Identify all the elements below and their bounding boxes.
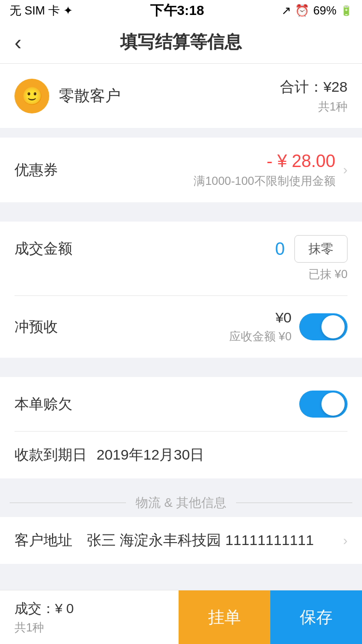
customer-total: 合计：¥28 共1种 bbox=[280, 77, 348, 114]
avatar: 🙂 bbox=[14, 79, 49, 113]
bottom-deal-label: 成交： bbox=[14, 601, 55, 616]
coupon-card: 优惠券 - ¥ 28.00 满1000-100不限制使用金额 › bbox=[0, 138, 362, 202]
coupon-sub: 满1000-100不限制使用金额 bbox=[194, 173, 335, 189]
total-count: 共1种 bbox=[280, 99, 348, 114]
round-button[interactable]: 抹零 bbox=[294, 235, 348, 263]
customer-row[interactable]: 🙂 零散客户 合计：¥28 共1种 bbox=[0, 64, 362, 128]
deal-amount-label: 成交金额 bbox=[14, 239, 72, 259]
location-icon: ↗ bbox=[281, 4, 291, 17]
prepayment-label: 冲预收 bbox=[14, 317, 58, 337]
chevron-icon: › bbox=[343, 162, 348, 178]
prepayment-amounts: ¥0 应收金额 ¥0 bbox=[229, 309, 292, 344]
coupon-label: 优惠券 bbox=[14, 160, 58, 180]
credit-toggle[interactable] bbox=[299, 391, 348, 418]
address-card: 客户地址 张三 海淀永丰科技园 11111111111 › bbox=[0, 517, 362, 564]
amount-row: 成交金额 0 抹零 bbox=[14, 235, 348, 263]
bottom-deal-value: ¥ 0 bbox=[55, 601, 74, 616]
bottom-bar: 成交：¥ 0 共1种 挂单 保存 bbox=[0, 590, 362, 644]
bottom-summary: 成交：¥ 0 共1种 bbox=[0, 600, 179, 635]
status-time: 下午3:18 bbox=[150, 1, 204, 20]
credit-toggle-knob bbox=[321, 392, 345, 416]
address-chevron-icon: › bbox=[343, 533, 348, 548]
avatar-icon: 🙂 bbox=[21, 86, 43, 106]
bottom-count: 共1种 bbox=[14, 620, 164, 635]
battery-text: 69% bbox=[313, 4, 336, 17]
customer-name: 零散客户 bbox=[59, 85, 121, 107]
back-button[interactable]: ‹ bbox=[14, 30, 22, 55]
alarm-icon: ⏰ bbox=[295, 4, 309, 17]
address-row[interactable]: 客户地址 张三 海淀永丰科技园 11111111111 › bbox=[0, 517, 362, 564]
logistics-label: 物流 & 其他信息 bbox=[136, 494, 226, 511]
address-value: 张三 海淀永丰科技园 11111111111 bbox=[87, 531, 343, 550]
amount-section: 成交金额 0 抹零 已抹 ¥0 bbox=[0, 222, 362, 295]
deal-amount-card: 成交金额 0 抹零 已抹 ¥0 冲预收 ¥0 应收金额 ¥0 bbox=[0, 222, 362, 358]
customer-card: 🙂 零散客户 合计：¥28 共1种 bbox=[0, 64, 362, 128]
battery-icon: 🔋 bbox=[340, 5, 352, 16]
prepayment-right: ¥0 应收金额 ¥0 bbox=[229, 309, 348, 344]
coupon-right: - ¥ 28.00 满1000-100不限制使用金额 › bbox=[194, 151, 348, 189]
prepayment-amount: ¥0 bbox=[276, 309, 292, 326]
credit-row: 本单赊欠 bbox=[14, 391, 348, 418]
prepayment-row: 冲预收 ¥0 应收金额 ¥0 bbox=[0, 296, 362, 358]
credit-card: 本单赊欠 收款到期日 2019年12月30日 bbox=[0, 377, 362, 478]
amount-right: 0 抹零 bbox=[275, 235, 348, 263]
credit-label: 本单赊欠 bbox=[14, 394, 72, 414]
section-gap-2 bbox=[0, 367, 362, 377]
section-gap-1 bbox=[0, 212, 362, 222]
total-amount: 合计：¥28 bbox=[280, 77, 348, 97]
save-button[interactable]: 保存 bbox=[270, 590, 362, 644]
address-label: 客户地址 bbox=[14, 531, 72, 550]
due-date-row[interactable]: 收款到期日 2019年12月30日 bbox=[0, 432, 362, 478]
hold-button[interactable]: 挂单 bbox=[179, 590, 270, 644]
status-bar: 无 SIM 卡 ✦ 下午3:18 ↗ ⏰ 69% 🔋 bbox=[0, 0, 362, 21]
customer-left: 🙂 零散客户 bbox=[14, 79, 121, 113]
status-right: ↗ ⏰ 69% 🔋 bbox=[281, 4, 352, 17]
deal-amount-sub: 已抹 ¥0 bbox=[14, 266, 348, 282]
due-date-label: 收款到期日 bbox=[14, 445, 87, 465]
signal-text: 无 SIM 卡 ✦ bbox=[10, 3, 73, 18]
nav-bar: ‹ 填写结算等信息 bbox=[0, 21, 362, 64]
content-area: 🙂 零散客户 合计：¥28 共1种 优惠券 - ¥ 28.00 满1000-10… bbox=[0, 64, 362, 631]
deal-amount-value[interactable]: 0 bbox=[275, 239, 285, 259]
due-date-value: 2019年12月30日 bbox=[97, 445, 204, 465]
prepayment-sub: 应收金额 ¥0 bbox=[229, 329, 292, 344]
page-title: 填写结算等信息 bbox=[120, 30, 242, 54]
toggle-knob bbox=[321, 315, 345, 338]
coupon-discount: - ¥ 28.00 bbox=[194, 151, 335, 171]
bottom-deal-amount: 成交：¥ 0 bbox=[14, 600, 164, 618]
status-left: 无 SIM 卡 ✦ bbox=[10, 3, 73, 18]
coupon-value-container: - ¥ 28.00 满1000-100不限制使用金额 bbox=[194, 151, 335, 189]
logistics-divider: 物流 & 其他信息 bbox=[0, 488, 362, 517]
credit-section: 本单赊欠 bbox=[0, 377, 362, 431]
prepayment-toggle[interactable] bbox=[299, 313, 348, 340]
coupon-row[interactable]: 优惠券 - ¥ 28.00 满1000-100不限制使用金额 › bbox=[0, 138, 362, 202]
